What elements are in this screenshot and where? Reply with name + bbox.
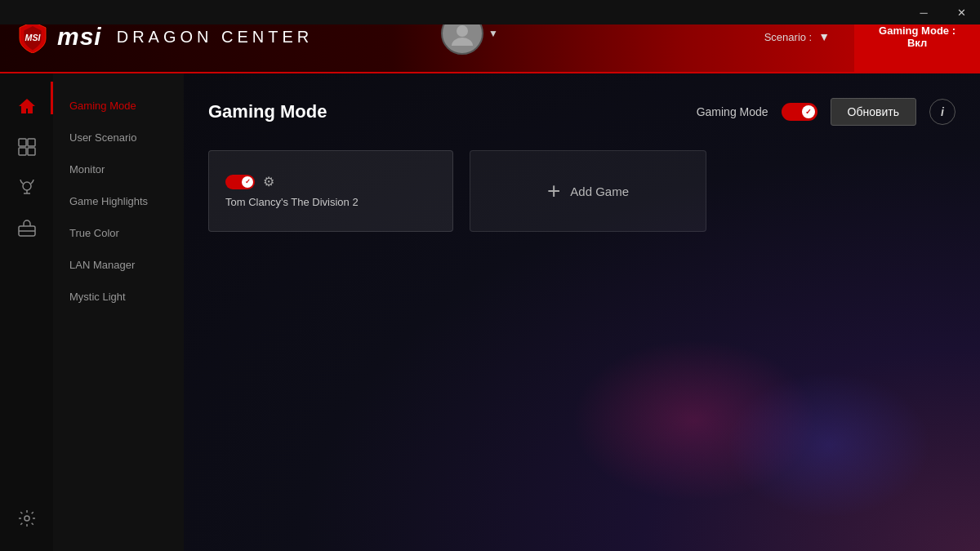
sidebar-icon-highlights[interactable] — [11, 171, 43, 204]
svg-rect-5 — [19, 148, 26, 155]
home-icon — [17, 96, 37, 116]
sidebar-icon-toolbox[interactable] — [11, 212, 43, 245]
glow-blue — [727, 371, 931, 518]
game-card-division2[interactable]: ✓ ⚙ Tom Clancy's The Division 2 — [208, 150, 453, 232]
nav-item-mystic-light[interactable]: Mystic Light — [53, 281, 184, 313]
svg-point-1 — [457, 25, 468, 37]
toggle-check-icon: ✓ — [805, 108, 812, 116]
info-button[interactable]: i — [929, 99, 956, 125]
refresh-button[interactable]: Обновить — [831, 98, 916, 126]
logo-area: MSI msi Dragon Center — [16, 20, 313, 53]
sidebar-icon-settings[interactable] — [11, 502, 43, 535]
nav-item-gaming-mode[interactable]: Gaming Mode — [53, 90, 184, 122]
title-controls: Gaming Mode ✓ Обновить i — [697, 98, 956, 126]
gaming-mode-toggle-label: Gaming Mode — [697, 105, 768, 118]
logo-dragon-center-text: Dragon Center — [117, 28, 314, 47]
game-card-left: ✓ ⚙ Tom Clancy's The Division 2 — [225, 174, 359, 208]
logo-msi-text: msi — [57, 23, 102, 51]
glow-red — [572, 339, 817, 502]
close-button[interactable]: ✕ — [942, 0, 980, 24]
scenario-label: Scenario : — [764, 31, 813, 43]
game-toggle[interactable]: ✓ — [225, 175, 255, 189]
page-title: Gaming Mode — [208, 101, 327, 122]
avatar-icon — [450, 21, 474, 46]
toolbox-icon — [17, 219, 37, 238]
game-name: Tom Clancy's The Division 2 — [225, 196, 359, 208]
nav-item-true-color[interactable]: True Color — [53, 217, 184, 249]
add-plus-icon: + — [547, 180, 560, 202]
gaming-mode-toggle[interactable]: ✓ — [782, 103, 817, 121]
sidebar-nav: Gaming Mode User Scenario Monitor Game H… — [53, 73, 184, 551]
svg-text:MSI: MSI — [25, 33, 42, 42]
msi-shield-icon: MSI — [16, 20, 49, 53]
profile-chevron-icon: ▼ — [488, 28, 498, 39]
settings-icon — [17, 509, 37, 528]
game-settings-button[interactable]: ⚙ — [263, 174, 274, 189]
sidebar-icon-grid[interactable] — [11, 131, 43, 163]
nav-item-lan-manager[interactable]: LAN Manager — [53, 249, 184, 281]
scenario-section[interactable]: Scenario : ▼ — [740, 30, 854, 43]
svg-point-2 — [452, 38, 473, 46]
game-toggle-check-icon: ✓ — [245, 178, 251, 185]
game-card-controls: ✓ ⚙ — [225, 174, 359, 189]
grid-icon — [18, 138, 36, 156]
title-bar-controls: ─ ✕ — [905, 0, 980, 24]
svg-rect-3 — [19, 139, 26, 146]
game-toggle-knob: ✓ — [242, 176, 253, 188]
highlights-icon — [17, 178, 37, 198]
page-title-row: Gaming Mode Gaming Mode ✓ Обновить i — [208, 98, 956, 126]
game-cards-row: ✓ ⚙ Tom Clancy's The Division 2 + Add Ga… — [208, 150, 956, 232]
main-content: Gaming Mode Gaming Mode ✓ Обновить i ✓ — [184, 73, 980, 551]
svg-point-7 — [23, 182, 31, 190]
nav-item-game-highlights[interactable]: Game Highlights — [53, 185, 184, 217]
add-game-card[interactable]: + Add Game — [470, 150, 706, 232]
sidebar-icons — [0, 73, 53, 551]
minimize-button[interactable]: ─ — [905, 0, 942, 24]
svg-rect-6 — [28, 148, 35, 155]
gaming-mode-header-value: Вкл — [907, 37, 927, 49]
nav-item-monitor[interactable]: Monitor — [53, 153, 184, 185]
title-bar: ─ ✕ — [0, 0, 980, 24]
gaming-mode-header-label: Gaming Mode : — [879, 24, 956, 37]
scenario-chevron-icon: ▼ — [818, 30, 830, 43]
add-game-label: Add Game — [570, 184, 629, 198]
toggle-knob: ✓ — [802, 105, 815, 118]
svg-rect-4 — [28, 139, 35, 146]
nav-item-user-scenario[interactable]: User Scenario — [53, 122, 184, 153]
sidebar-icon-home[interactable] — [11, 90, 43, 122]
svg-point-10 — [24, 516, 29, 521]
